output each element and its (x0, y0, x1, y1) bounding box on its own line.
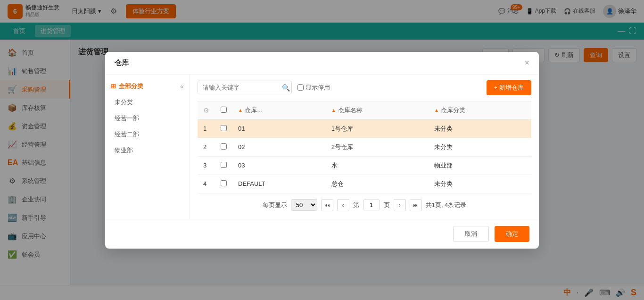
search-icon: 🔍 (278, 84, 292, 92)
select-all-checkbox[interactable] (221, 107, 227, 113)
page-number-input[interactable] (363, 200, 380, 210)
cancel-button[interactable]: 取消 (453, 226, 489, 242)
sort-icon-name: ▲ (331, 108, 336, 113)
modal-close-button[interactable]: × (524, 58, 529, 67)
modal-footer: 取消 确定 (105, 219, 539, 249)
th-category: ▲ 仓库分类 (429, 101, 531, 119)
category-header: ⊞ 全部分类 « (105, 78, 190, 94)
row-code: 02 (232, 138, 326, 156)
collapse-icon[interactable]: « (180, 83, 184, 90)
row-index: 3 (198, 156, 215, 175)
sort-icon-category: ▲ (434, 108, 439, 113)
page-label: 页 (384, 201, 390, 209)
sort-icon-code: ▲ (238, 108, 243, 113)
modal-title: 仓库 (115, 58, 129, 67)
th-name-label: 仓库名称 (338, 106, 363, 115)
show-disabled-label: 显示停用 (297, 83, 330, 92)
row-checkbox[interactable] (221, 162, 227, 168)
search-box: 🔍 (198, 81, 292, 94)
row-name: 2号仓库 (326, 138, 429, 156)
row-checkbox-cell (215, 138, 232, 156)
prev-page-button[interactable]: ‹ (337, 199, 349, 211)
modal-header: 仓库 × (105, 52, 539, 75)
all-category-btn[interactable]: ⊞ 全部分类 (111, 82, 143, 91)
total-records-text: 共1页, 4条记录 (426, 201, 467, 209)
modal-body: ⊞ 全部分类 « 未分类 经营一部 经营二部 物业部 🔍 (105, 75, 539, 219)
all-category-label: 全部分类 (119, 82, 143, 91)
next-page-button[interactable]: › (394, 199, 406, 211)
row-code: 03 (232, 156, 326, 175)
table-row[interactable]: 1 01 1号仓库 未分类 (198, 119, 531, 138)
table-panel: 🔍 显示停用 + 新增仓库 ⚙ (190, 75, 539, 219)
per-page-select[interactable]: 50 100 200 (291, 199, 317, 211)
row-code: 01 (232, 119, 326, 138)
row-category: 未分类 (429, 138, 531, 156)
grid-icon: ⊞ (111, 83, 116, 90)
last-page-button[interactable]: ⏭ (410, 199, 422, 211)
th-name: ▲ 仓库名称 (326, 101, 429, 119)
per-page-label: 每页显示 (263, 201, 287, 209)
category-item-operations1[interactable]: 经营一部 (105, 110, 190, 126)
table-row[interactable]: 4 DEFAULT 总仓 未分类 (198, 175, 531, 193)
search-input[interactable] (198, 81, 278, 94)
th-checkbox (215, 101, 232, 119)
row-checkbox-cell (215, 119, 232, 138)
warehouse-modal: 仓库 × ⊞ 全部分类 « 未分类 经营一部 经营二部 物业部 (105, 52, 539, 249)
row-checkbox[interactable] (221, 125, 227, 131)
th-gear: ⚙ (198, 101, 215, 119)
th-code: ▲ 仓库... (232, 101, 326, 119)
category-item-property[interactable]: 物业部 (105, 142, 190, 158)
warehouse-table: ⚙ ▲ 仓库... (198, 101, 531, 193)
row-index: 4 (198, 175, 215, 193)
row-index: 1 (198, 119, 215, 138)
row-code: DEFAULT (232, 175, 326, 193)
category-item-unclassified[interactable]: 未分类 (105, 94, 190, 110)
page-unit-label: 第 (353, 201, 359, 209)
th-category-label: 仓库分类 (441, 106, 465, 115)
table-toolbar: 🔍 显示停用 + 新增仓库 (198, 80, 531, 95)
row-category: 未分类 (429, 119, 531, 138)
row-checkbox-cell (215, 156, 232, 175)
row-name: 总仓 (326, 175, 429, 193)
row-category: 未分类 (429, 175, 531, 193)
category-panel: ⊞ 全部分类 « 未分类 经营一部 经营二部 物业部 (105, 75, 190, 219)
row-name: 1号仓库 (326, 119, 429, 138)
confirm-button[interactable]: 确定 (495, 226, 529, 242)
row-checkbox-cell (215, 175, 232, 193)
row-checkbox[interactable] (221, 143, 227, 150)
row-category: 物业部 (429, 156, 531, 175)
table-row[interactable]: 3 03 水 物业部 (198, 156, 531, 175)
category-item-operations2[interactable]: 经营二部 (105, 126, 190, 142)
add-warehouse-button[interactable]: + 新增仓库 (487, 80, 531, 95)
pagination-bar: 每页显示 50 100 200 ⏮ ‹ 第 页 › ⏭ 共1页, 4条记录 (198, 193, 531, 213)
column-gear-icon[interactable]: ⚙ (203, 107, 209, 114)
first-page-button[interactable]: ⏮ (321, 199, 333, 211)
show-disabled-text: 显示停用 (305, 83, 330, 92)
row-checkbox[interactable] (221, 180, 227, 186)
th-code-label: 仓库... (245, 106, 262, 115)
row-name: 水 (326, 156, 429, 175)
row-index: 2 (198, 138, 215, 156)
modal-overlay: 仓库 × ⊞ 全部分类 « 未分类 经营一部 经营二部 物业部 (0, 0, 644, 300)
table-row[interactable]: 2 02 2号仓库 未分类 (198, 138, 531, 156)
show-disabled-checkbox[interactable] (297, 84, 304, 91)
